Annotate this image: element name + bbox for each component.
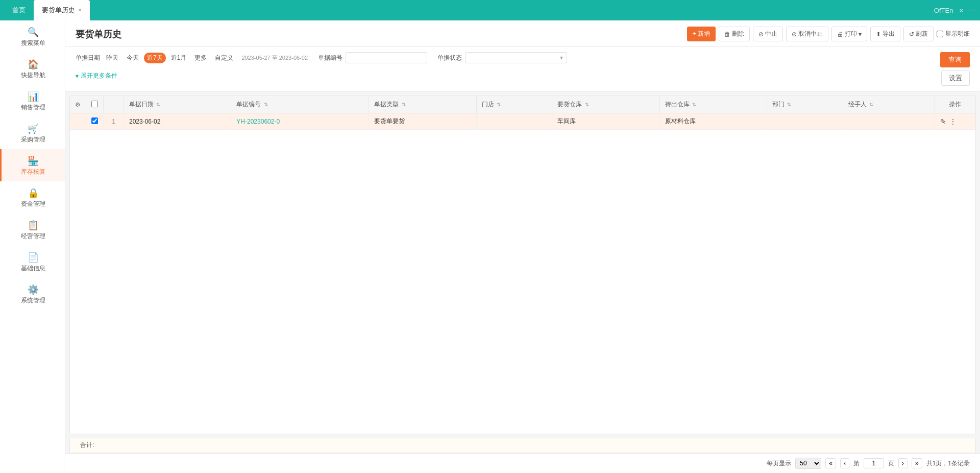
content-area: 要货单历史 + 新增 🗑 删除 ⊘ 中止 ⊘ 取消中止: [65, 20, 980, 473]
row-settings: [70, 113, 86, 130]
select-all-checkbox[interactable]: [91, 101, 98, 107]
last-page-btn[interactable]: »: [912, 458, 922, 468]
col-department[interactable]: 部门 ⇅: [767, 96, 843, 113]
col-actions: 操作: [935, 96, 975, 113]
doc-number-input[interactable]: [346, 52, 427, 63]
row-checkbox-cell: [86, 113, 104, 130]
table-header-row: ⚙ 单据日期 ⇅ 单据编号 ⇅: [70, 96, 975, 113]
quick-nav-icon: 🏠: [28, 60, 39, 69]
sidebar-item-finance[interactable]: 🔒 资金管理: [0, 181, 65, 214]
col-store[interactable]: 门店 ⇅: [476, 96, 552, 113]
refresh-label: 刷新: [916, 30, 928, 38]
sidebar-item-search-menu[interactable]: 🔍 搜索菜单: [0, 20, 65, 53]
sort-pending-warehouse-icon: ⇅: [692, 102, 696, 107]
sidebar-item-purchase-label: 采购管理: [21, 135, 45, 144]
status-filter: 单据状态 ▾: [437, 52, 567, 63]
date-btn-7days[interactable]: 近7天: [144, 53, 166, 63]
window-minimize-icon[interactable]: —: [969, 7, 976, 14]
sort-doc-date-icon: ⇅: [156, 102, 160, 107]
delete-button[interactable]: 🗑 删除: [719, 27, 750, 41]
page-label: 第: [853, 459, 860, 468]
tab-home[interactable]: 首页: [4, 0, 34, 20]
page-number-input[interactable]: [864, 458, 884, 468]
date-btn-more[interactable]: 更多: [191, 53, 210, 63]
sidebar-item-operations-label: 经营管理: [21, 232, 45, 241]
col-doc-type[interactable]: 单据类型 ⇅: [369, 96, 476, 113]
col-num: [104, 96, 124, 113]
delete-icon: 🗑: [724, 31, 730, 38]
expand-more-btn[interactable]: ▾ 展开更多条件: [76, 72, 567, 80]
export-icon: ⬆: [876, 31, 881, 38]
sort-doc-number-icon: ⇅: [264, 102, 268, 107]
col-req-warehouse-label: 要货仓库: [557, 101, 582, 108]
query-button[interactable]: 查询: [940, 52, 970, 67]
print-button[interactable]: 🖨 打印 ▾: [831, 27, 867, 41]
date-btn-today[interactable]: 今天: [124, 53, 142, 63]
page-size-select[interactable]: 20 50 100: [795, 458, 821, 469]
page-header: 要货单历史 + 新增 🗑 删除 ⊘ 中止 ⊘ 取消中止: [65, 20, 980, 47]
cancel-stop-button[interactable]: ⊘ 取消中止: [786, 27, 828, 41]
sort-doc-type-icon: ⇅: [402, 102, 406, 107]
status-label: 单据状态: [437, 54, 462, 62]
table-container: ⚙ 单据日期 ⇅ 单据编号 ⇅: [69, 96, 976, 434]
filter-area: 单据日期 昨天 今天 近7天 近1月 更多 自定义 2023-05-27 至 2…: [65, 47, 980, 91]
new-button[interactable]: + 新增: [687, 27, 716, 41]
expand-more-label: 展开更多条件: [81, 72, 117, 80]
sidebar-item-system[interactable]: ⚙️ 系统管理: [0, 278, 65, 310]
sidebar-item-search-label: 搜索菜单: [21, 39, 45, 48]
col-pending-warehouse-label: 待出仓库: [665, 101, 690, 108]
sidebar-item-operations[interactable]: 📋 经营管理: [0, 214, 65, 246]
tab-close-icon[interactable]: ×: [78, 7, 82, 14]
row-handler: [843, 113, 935, 130]
col-handler[interactable]: 经手人 ⇅: [843, 96, 935, 113]
search-menu-icon: 🔍: [28, 28, 39, 37]
toolbar: + 新增 🗑 删除 ⊘ 中止 ⊘ 取消中止 🖨: [687, 27, 970, 41]
main-layout: 🔍 搜索菜单 🏠 快捷导航 📊 销售管理 🛒 采购管理 🏪 库存核算 🔒 资金管…: [0, 20, 980, 473]
col-doc-number[interactable]: 单据编号 ⇅: [231, 96, 369, 113]
display-detail-toggle[interactable]: 显示明细: [937, 30, 970, 38]
stop-button[interactable]: ⊘ 中止: [753, 27, 783, 41]
col-req-warehouse[interactable]: 要货仓库 ⇅: [552, 96, 659, 113]
prev-page-btn[interactable]: ‹: [840, 458, 849, 468]
status-input[interactable]: [465, 52, 567, 63]
sidebar-item-basic-info[interactable]: 📄 基础信息: [0, 246, 65, 278]
sidebar-item-quick-nav-label: 快捷导航: [21, 71, 45, 80]
date-btn-custom[interactable]: 自定义: [212, 53, 236, 63]
sidebar-item-basic-info-label: 基础信息: [21, 264, 45, 273]
doc-number-filter: 单据编号: [318, 52, 427, 63]
edit-action-icon[interactable]: ✎: [940, 117, 946, 126]
display-detail-checkbox[interactable]: [937, 31, 943, 37]
window-close-icon[interactable]: ×: [959, 7, 963, 14]
display-detail-label: 显示明细: [945, 30, 970, 38]
date-filter-label: 单据日期: [76, 54, 100, 62]
sidebar-item-quick-nav[interactable]: 🏠 快捷导航: [0, 53, 65, 85]
sort-req-warehouse-icon: ⇅: [585, 102, 589, 107]
row-doc-date: 2023-06-02: [124, 113, 231, 130]
delete-action-icon[interactable]: ⋮: [949, 117, 957, 126]
doc-number-link[interactable]: YH-20230602-0: [236, 118, 280, 125]
next-page-btn[interactable]: ›: [898, 458, 908, 468]
tab-home-label: 首页: [12, 6, 26, 15]
sidebar-item-sales[interactable]: 📊 销售管理: [0, 85, 65, 117]
sort-handler-icon: ⇅: [869, 102, 873, 107]
date-btn-1month[interactable]: 近1月: [168, 53, 190, 63]
col-pending-warehouse[interactable]: 待出仓库 ⇅: [659, 96, 767, 113]
row-doc-number[interactable]: YH-20230602-0: [231, 113, 369, 130]
date-btn-yesterday[interactable]: 昨天: [103, 53, 121, 63]
data-table: ⚙ 单据日期 ⇅ 单据编号 ⇅: [70, 96, 975, 130]
cancel-stop-icon: ⊘: [792, 31, 797, 38]
tab-requisition-history[interactable]: 要货单历史 ×: [34, 0, 90, 20]
refresh-button[interactable]: ↺ 刷新: [903, 27, 934, 41]
sidebar-item-purchase[interactable]: 🛒 采购管理: [0, 117, 65, 149]
first-page-btn[interactable]: «: [825, 458, 836, 468]
table-row[interactable]: 1 2023-06-02 YH-20230602-0 要货单要货 车间库 原材料…: [70, 113, 975, 130]
col-doc-date[interactable]: 单据日期 ⇅: [124, 96, 231, 113]
row-checkbox[interactable]: [91, 117, 98, 124]
settings-button[interactable]: 设置: [941, 70, 970, 86]
page-title: 要货单历史: [76, 28, 121, 40]
expand-more-icon: ▾: [76, 73, 79, 80]
sidebar-item-inventory[interactable]: 🏪 库存核算: [0, 149, 65, 181]
export-button[interactable]: ⬆ 导出: [870, 27, 900, 41]
date-shortcuts: 昨天 今天 近7天 近1月 更多 自定义: [103, 53, 236, 63]
col-settings[interactable]: ⚙: [70, 96, 86, 113]
